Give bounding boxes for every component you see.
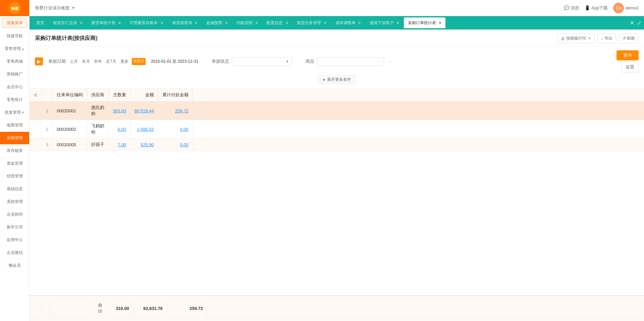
column-main-qty: 主数量 [109,89,130,102]
sidebar-item-finance[interactable]: 资金管理 [0,157,29,170]
tab-close-all-button[interactable]: ✕ [630,20,634,26]
status-select-value [235,59,236,64]
qty-link[interactable]: 7.00 [118,142,126,147]
amount-cell: 525.80 [130,139,158,151]
date-range-group: 2016-01-01 至 2023-12-31 [151,59,198,64]
sidebar-item-retail-stats[interactable]: 零售统计 [0,94,29,106]
sidebar-item-retail-shop[interactable]: 零售商城 [0,55,29,68]
sidebar-item-ecommerce[interactable]: 电商管理 [0,119,29,132]
tab-close-icon[interactable]: × [160,20,163,25]
svg-text:畅捷: 畅捷 [11,6,18,10]
top-bar-right: 💬 消息 📱 App下载 Ea demo2 [564,3,639,13]
tab-expiry-query[interactable]: 保质期查询 × [168,17,202,28]
paid-link[interactable]: 259.72 [175,108,189,113]
goods-filter-group: 商品 ··· [306,57,392,66]
footer-settings-cell [34,299,42,318]
table-row[interactable]: 2 00020002 飞鹤奶粉 6.00 1,586.52 0.00 [30,120,644,139]
amount-link[interactable]: 525.80 [141,142,154,147]
user-menu[interactable]: Ea demo2 [613,3,639,13]
sidebar-item-marketing[interactable]: 营销推广 [0,68,29,81]
tab-invite-downstream[interactable]: 邀请下游客户 × [366,17,403,28]
this-month-shortcut[interactable]: 本月 [80,58,91,65]
sidebar-item-enterprise[interactable]: 企业协同 [0,208,29,221]
refresh-button[interactable]: ↺ 刷新 [619,34,639,43]
page-header: 采购订单统计表(按供应商) 🖨 按模板打印 ▼ ↓ 导出 ↺ 刷新 [30,30,644,46]
tab-available-stock[interactable]: 可用量库存账本 × [125,17,167,28]
tab-pick-task[interactable]: 拣货任务管理 × [293,17,330,28]
tab-close-icon[interactable]: × [358,20,361,25]
goods-input[interactable] [317,57,384,66]
tab-collect-send[interactable]: 收发存汇总表 × [49,17,87,28]
tab-close-icon[interactable]: × [396,20,399,25]
tab-close-icon[interactable]: × [285,20,288,25]
sidebar-item-retail[interactable]: 零售管理 ▲ [0,43,29,55]
more-shortcut[interactable]: 更多 [119,58,130,65]
last-month-shortcut[interactable]: 上月 [68,58,79,65]
sidebar-item-operations[interactable]: 经营管理 [0,170,29,183]
supplier-code-cell: 00020001 [53,102,87,120]
status-select[interactable]: ▼ [232,57,292,66]
sidebar-item-quick-nav[interactable]: 快捷导航 [0,30,29,43]
sidebar-item-inventory[interactable]: 库存核算 [0,145,29,157]
paid-link[interactable]: 0.00 [180,127,189,132]
sidebar-item-purchase[interactable]: 采购管理 [0,132,29,145]
sidebar-item-vip[interactable]: 畅会员 [0,259,29,272]
sidebar-item-new-guide[interactable]: 新手引导 [0,221,29,234]
footer-num-cell [42,299,50,318]
tab-cost-adjust[interactable]: 成本调整单 × [331,17,365,28]
top-bar: 母婴行业演示账套 ▼ 💬 消息 📱 App下载 Ea demo2 [30,0,644,16]
row-settings-cell [30,139,42,151]
search-button[interactable]: 查询 [616,50,639,60]
main-qty-cell: 303.00 [109,102,130,120]
tab-close-icon[interactable]: × [324,20,326,25]
sidebar-item-wholesale[interactable]: 批发管理 ▼ [0,106,29,119]
qty-link[interactable]: 6.00 [118,127,126,132]
sidebar-item-basic-info[interactable]: 基础信息 [0,183,29,196]
avatar: Ea [613,3,624,13]
table-row[interactable]: 1 00020001 惠氏奶粉 303.00 60,519.44 259.72 [30,102,644,120]
tab-close-icon[interactable]: × [439,20,441,25]
app-logo: 畅捷 [0,0,29,16]
column-settings[interactable]: ⚙ [30,89,42,102]
industry-selector[interactable]: 母婴行业演示账套 ▼ [35,5,75,11]
main-qty-cell: 6.00 [109,120,130,139]
tab-close-icon[interactable]: × [80,20,83,25]
column-supplier-name: 供应商 [87,89,109,102]
table-area: ⚙ 往来单位编码 供应商 主数量 金额 累计付款金额 1 [30,89,644,295]
settings-button[interactable]: 设置 [621,62,639,72]
sidebar-item-enterprise-wx[interactable]: 企业微信 [0,247,29,259]
settings-icon[interactable]: ⚙ [34,93,38,98]
tab-expand-button[interactable]: ⤢ [637,20,641,26]
search-menu-button[interactable]: 搜索菜单 [2,18,27,28]
tab-close-icon[interactable]: × [225,20,228,25]
sidebar-item-member[interactable]: 会员中心 [0,81,29,94]
table-row[interactable]: 3 00020005 好孩子 7.00 525.80 0.00 [30,139,644,151]
tab-close-icon[interactable]: × [195,20,198,25]
filter-toggle-button[interactable]: ▶ [35,57,43,65]
tab-config-info[interactable]: 配置信息 × [263,17,292,28]
more-options-icon[interactable]: ··· [388,59,392,64]
expand-more-button[interactable]: ▼ 展开更多条件 [318,75,356,84]
template-print-button[interactable]: 🖨 按模板打印 ▼ [557,34,595,43]
filter-area: ▶ 单据日期 上月 本月 本年 近7天 更多 自定义 2016-01-01 至 … [30,46,644,89]
tab-order-stats[interactable]: 要货单统计表 × [87,17,125,28]
row-num-cell: 2 [42,120,53,139]
amount-link[interactable]: 60,519.44 [135,108,154,113]
sidebar-item-app-center[interactable]: 应用中心 [0,234,29,247]
sidebar-item-sys-manage[interactable]: 系统管理 [0,196,29,208]
tab-close-icon[interactable]: × [118,20,121,25]
tab-purchase-stats[interactable]: 采购订单统计表 × [404,17,445,28]
this-year-shortcut[interactable]: 本年 [93,58,103,65]
app-download-button[interactable]: 📱 App下载 [585,5,608,11]
extra-cell [193,120,644,139]
qty-link[interactable]: 303.00 [113,108,126,113]
messages-button[interactable]: 💬 消息 [564,5,579,11]
7days-shortcut[interactable]: 近7天 [105,58,118,65]
export-button[interactable]: ↓ 导出 [597,34,616,43]
tab-close-icon[interactable]: × [255,20,258,25]
tab-over-stock[interactable]: 超储预警 × [202,17,232,28]
paid-link[interactable]: 0.00 [180,142,189,147]
tab-home[interactable]: 首页 [32,17,48,28]
tab-func-desc[interactable]: 功能说明 × [232,17,262,28]
amount-link[interactable]: 1,586.52 [137,127,154,132]
